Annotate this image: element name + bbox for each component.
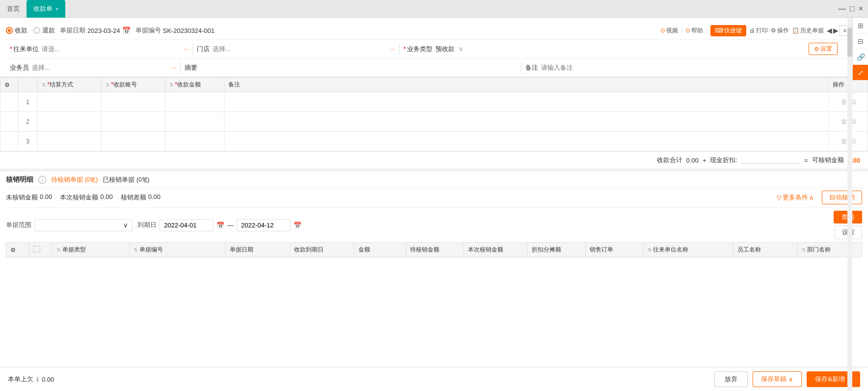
table-gear-th[interactable]: ⚙ [0, 78, 18, 92]
row1-delete-icon[interactable]: 🗑 [841, 98, 847, 106]
business-type-req: * [404, 45, 406, 53]
hexiao-gear-th[interactable]: ⚙ [6, 243, 29, 257]
next-btn[interactable]: ▶ [833, 25, 839, 36]
hexiao-docno-th: ⇅ 单据编号 [130, 243, 226, 257]
discount-input[interactable] [741, 156, 800, 164]
row1-amount[interactable] [165, 92, 224, 112]
row2-amount[interactable] [165, 112, 224, 132]
prev-owe-value: 0.00 [42, 376, 54, 383]
radio-receipt[interactable]: 收款 [6, 26, 27, 35]
form-row1: 收款 退款 单据日期 2023-03-24 📅 单据编号 SK-20230324… [6, 22, 862, 39]
right-clip-icon[interactable]: 🔗 [853, 49, 868, 65]
hexiao-tab-done[interactable]: 已核销单据 (0笔) [103, 175, 149, 184]
diff-label: 核销差额 [121, 193, 146, 202]
operation-btn[interactable]: ⚙ 操作 [771, 27, 789, 35]
shortcut-btn[interactable]: ⌨ 快捷键 [710, 25, 746, 36]
cal-to-icon[interactable]: 📅 [294, 222, 301, 229]
row2-note[interactable] [224, 112, 829, 132]
row3-note[interactable] [224, 132, 829, 151]
date-value: 2023-03-24 [87, 27, 120, 34]
salesperson-more-icon[interactable]: ··· [171, 64, 176, 71]
right-list-icon[interactable]: ⊟ [853, 33, 868, 49]
minimize-btn[interactable]: — [838, 4, 846, 13]
store-more-icon[interactable]: ··· [390, 45, 395, 53]
row2-gear-cell [0, 112, 18, 132]
help-btn[interactable]: ⊙ 帮助 [685, 27, 703, 35]
result-label: 可核销金额 [812, 156, 844, 165]
save-draft-btn[interactable]: 保存草稿 ∧ [753, 371, 802, 387]
hexiao-doctype-th: ⇅ 单据类型 [53, 243, 130, 257]
bottom-left: 本单上欠 ℹ 0.00 [8, 375, 54, 384]
salesperson-field: 业务员 ··· [6, 63, 180, 72]
cal-from-icon[interactable]: 📅 [217, 222, 224, 229]
store-field: 门店 ··· [193, 45, 399, 54]
hexiao-tab-pending[interactable]: 待核销单据 (0笔) [51, 175, 98, 184]
hexiao-info-icon[interactable]: i [38, 176, 46, 184]
close-btn[interactable]: × [859, 4, 863, 13]
settle-sort-icon[interactable]: ⇅ [42, 82, 46, 87]
amount-sort-icon[interactable]: ⇅ [169, 82, 173, 87]
hexiao-title-area: 核销明细 i 待核销单据 (0笔) 已核销单据 (0笔) [6, 175, 862, 184]
business-type-chevron[interactable]: ∨ [459, 45, 463, 53]
tab-receipt-close[interactable]: × [55, 6, 58, 12]
row1-account[interactable] [102, 92, 165, 112]
hexiao-table: ⚙ ⇅ 单据类型 ⇅ 单据编号 单据日期 收款到期日 [6, 242, 862, 257]
counterparty-input[interactable] [42, 45, 181, 53]
tab-receipt[interactable]: 收款单 × [27, 0, 65, 18]
date-field-group: 单据日期 2023-03-24 📅 [60, 26, 131, 35]
row2-delete-icon[interactable]: 🗑 [841, 117, 847, 126]
summary-input[interactable] [200, 64, 517, 71]
salesperson-input[interactable] [32, 64, 169, 71]
row2-idx: 2 [18, 112, 38, 132]
counterparty-more-icon[interactable]: ··· [183, 45, 189, 53]
row2-account[interactable] [102, 112, 165, 132]
hexiao-salesperson-th: 员工名称 [733, 243, 798, 257]
history-btn[interactable]: 📋 历史单据 [792, 27, 824, 35]
scrollbar[interactable] [847, 18, 852, 391]
radio-refund[interactable]: 退款 [33, 26, 55, 35]
store-input[interactable] [213, 45, 388, 53]
video-btn[interactable]: ⊙ 视频 [660, 27, 678, 35]
settings-button[interactable]: ⚙ 设置 [809, 43, 838, 55]
more-conditions-btn[interactable]: ▽ 更多条件 ∧ [777, 193, 814, 202]
row3-amount[interactable] [165, 132, 224, 151]
right-expand-icon[interactable]: ⤢ [853, 65, 868, 81]
docno-value: SK-20230324-001 [163, 27, 215, 34]
row3-delete-icon[interactable]: 🗑 [841, 137, 847, 145]
row3-account[interactable] [102, 132, 165, 151]
row1-settle[interactable] [38, 92, 102, 112]
discard-btn[interactable]: 放弃 [714, 371, 748, 387]
uncancelled-label: 未核销金额 [6, 193, 38, 202]
settings-gear-icon: ⚙ [814, 46, 819, 53]
date-calendar-icon[interactable]: 📅 [122, 27, 131, 34]
right-table-icon[interactable]: ⊞ [853, 18, 868, 33]
docno-field-group: 单据编号 SK-20230324-001 [136, 26, 215, 35]
row2-settle[interactable] [38, 112, 102, 132]
hexiao-salesorder-th: 销售订单 [586, 243, 644, 257]
select-all-checkbox[interactable] [33, 246, 40, 252]
business-type-label: 业务类型 [407, 45, 433, 54]
hexiao-section: 核销明细 i 待核销单据 (0笔) 已核销单据 (0笔) 未核销金额 0.0 [0, 168, 868, 367]
account-sort-icon[interactable]: ⇅ [106, 82, 109, 87]
print-btn[interactable]: 🖨 打印 [749, 27, 768, 35]
filter-icon: ▽ [777, 194, 782, 201]
row3-settle[interactable] [38, 132, 102, 151]
bottom-bar: 本单上欠 ℹ 0.00 放弃 保存草稿 ∧ 保存&新增 ∧ [0, 367, 868, 391]
row1-note[interactable] [224, 92, 829, 112]
radio-refund-dot [33, 27, 40, 34]
table-section: ⚙ ⇅ *结算方式 ⇅ *收款账号 ⇅ *收款金额 [0, 77, 868, 151]
due-date-to-input[interactable] [237, 219, 291, 231]
hexiao-table-wrap: ⚙ ⇅ 单据类型 ⇅ 单据编号 单据日期 收款到期日 [6, 242, 862, 367]
summary-label: 摘要 [185, 63, 197, 72]
range-select[interactable]: ∨ [34, 219, 133, 231]
tab-home[interactable]: 首页 [0, 0, 27, 18]
tab-home-label: 首页 [7, 4, 20, 13]
maximize-btn[interactable]: □ [850, 4, 855, 13]
prev-btn[interactable]: ◀ [827, 25, 832, 36]
due-date-from-input[interactable] [160, 219, 214, 231]
counterparty-field: * 往来单位 ··· [6, 45, 192, 54]
auto-cancel-btn[interactable]: 自动核销 [822, 191, 862, 204]
scroll-thumb[interactable] [847, 28, 852, 57]
remark-input[interactable] [541, 64, 858, 71]
prev-owe-info-icon[interactable]: ℹ [36, 376, 39, 383]
